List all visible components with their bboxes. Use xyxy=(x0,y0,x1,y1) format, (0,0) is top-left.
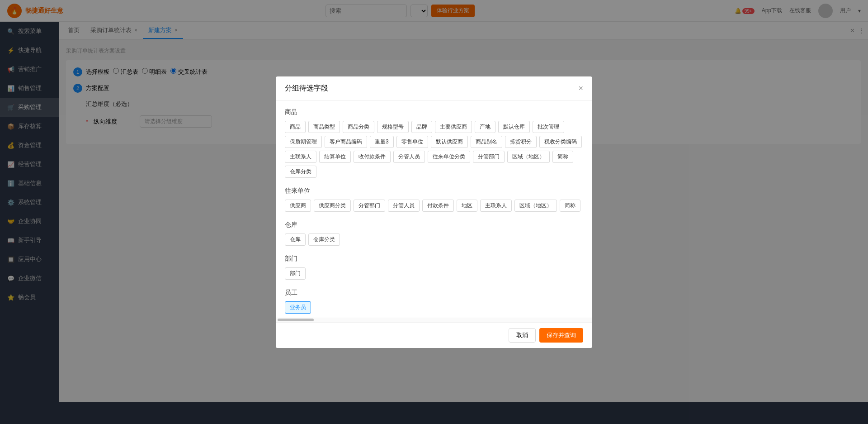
field-tag-dept[interactable]: 分管部门 xyxy=(473,151,505,163)
field-tag-region2[interactable]: 区域（地区） xyxy=(514,200,557,212)
field-tag-shelf-life[interactable]: 保质期管理 xyxy=(285,136,322,148)
save-query-button[interactable]: 保存并查询 xyxy=(539,328,583,343)
section-employee-title: 员工 xyxy=(285,289,583,297)
field-tag-short-name2[interactable]: 简称 xyxy=(560,200,580,212)
field-tag-main-contact2[interactable]: 主联系人 xyxy=(480,200,512,212)
field-tag-settle-unit[interactable]: 结算单位 xyxy=(319,151,351,163)
field-tag-payment-terms[interactable]: 收付款条件 xyxy=(354,151,391,163)
field-tag-brand[interactable]: 品牌 xyxy=(411,121,432,133)
modal-header: 分组待选字段 × xyxy=(276,76,592,101)
field-tag-pay-condition[interactable]: 付款条件 xyxy=(422,200,454,212)
modal-overlay: 分组待选字段 × 商品 商品 商品类型 商品分类 规格型号 品牌 主要供应商 产… xyxy=(0,0,868,424)
field-tag-manage-dept[interactable]: 分管部门 xyxy=(354,200,385,212)
partner-field-tags: 供应商 供应商分类 分管部门 分管人员 付款条件 地区 主联系人 区域（地区） … xyxy=(285,200,583,212)
field-tag-supplier[interactable]: 供应商 xyxy=(285,200,311,212)
field-tag-partner-category[interactable]: 往来单位分类 xyxy=(428,151,470,163)
field-tag-customer-code[interactable]: 客户商品编码 xyxy=(325,136,367,148)
section-department: 部门 部门 xyxy=(285,255,583,280)
field-tag-goods[interactable]: 商品 xyxy=(285,121,306,133)
modal-footer: 取消 保存并查询 xyxy=(276,322,592,348)
section-goods-title: 商品 xyxy=(285,108,583,116)
modal-close-button[interactable]: × xyxy=(578,84,583,93)
field-tag-supervisor[interactable]: 分管人员 xyxy=(393,151,425,163)
field-tag-supplier-cat[interactable]: 供应商分类 xyxy=(314,200,351,212)
dept-field-tags: 部门 xyxy=(285,267,583,280)
section-employee: 员工 业务员 xyxy=(285,289,583,314)
modal-horizontal-scrollbar[interactable] xyxy=(276,318,592,322)
field-tag-origin[interactable]: 产地 xyxy=(475,121,495,133)
field-tag-default-supplier[interactable]: 默认供应商 xyxy=(431,136,468,148)
field-tag-area[interactable]: 地区 xyxy=(457,200,477,212)
field-tag-weight[interactable]: 重量3 xyxy=(370,136,394,148)
field-select-modal: 分组待选字段 × 商品 商品 商品类型 商品分类 规格型号 品牌 主要供应商 产… xyxy=(276,76,592,348)
field-tag-tax-code[interactable]: 税收分类编码 xyxy=(539,136,582,148)
section-warehouse-title: 仓库 xyxy=(285,221,583,229)
field-tag-alias[interactable]: 商品别名 xyxy=(471,136,502,148)
field-tag-pick-points[interactable]: 拣货积分 xyxy=(505,136,537,148)
field-tag-short-name[interactable]: 简称 xyxy=(552,151,573,163)
modal-title: 分组待选字段 xyxy=(285,84,328,93)
cancel-button[interactable]: 取消 xyxy=(509,328,536,343)
modal-body[interactable]: 商品 商品 商品类型 商品分类 规格型号 品牌 主要供应商 产地 默认仓库 批次… xyxy=(276,101,592,318)
section-goods: 商品 商品 商品类型 商品分类 规格型号 品牌 主要供应商 产地 默认仓库 批次… xyxy=(285,108,583,178)
hscroll-thumb xyxy=(278,319,314,321)
field-tag-main-contact[interactable]: 主联系人 xyxy=(285,151,316,163)
field-tag-salesperson[interactable]: 业务员 xyxy=(285,301,311,314)
warehouse-field-tags: 仓库 仓库分类 xyxy=(285,233,583,246)
field-tag-goods-category[interactable]: 商品分类 xyxy=(343,121,374,133)
field-tag-warehouse[interactable]: 仓库 xyxy=(285,233,306,246)
section-warehouse: 仓库 仓库 仓库分类 xyxy=(285,221,583,246)
field-tag-batch-mgmt[interactable]: 批次管理 xyxy=(533,121,564,133)
goods-field-tags: 商品 商品类型 商品分类 规格型号 品牌 主要供应商 产地 默认仓库 批次管理 … xyxy=(285,121,583,178)
field-tag-department[interactable]: 部门 xyxy=(285,267,306,280)
field-tag-warehouse-category[interactable]: 仓库分类 xyxy=(308,233,340,246)
field-tag-retail-unit[interactable]: 零售单位 xyxy=(396,136,428,148)
section-partner: 往来单位 供应商 供应商分类 分管部门 分管人员 付款条件 地区 主联系人 区域… xyxy=(285,187,583,212)
field-tag-manage-person[interactable]: 分管人员 xyxy=(388,200,420,212)
field-tag-main-supplier[interactable]: 主要供应商 xyxy=(435,121,472,133)
employee-field-tags: 业务员 xyxy=(285,301,583,314)
field-tag-goods-type[interactable]: 商品类型 xyxy=(308,121,340,133)
field-tag-region[interactable]: 区域（地区） xyxy=(507,151,550,163)
field-tag-spec-type[interactable]: 规格型号 xyxy=(377,121,409,133)
field-tag-default-warehouse[interactable]: 默认仓库 xyxy=(498,121,530,133)
section-partner-title: 往来单位 xyxy=(285,187,583,195)
field-tag-warehouse-cat[interactable]: 仓库分类 xyxy=(285,166,316,178)
section-department-title: 部门 xyxy=(285,255,583,263)
